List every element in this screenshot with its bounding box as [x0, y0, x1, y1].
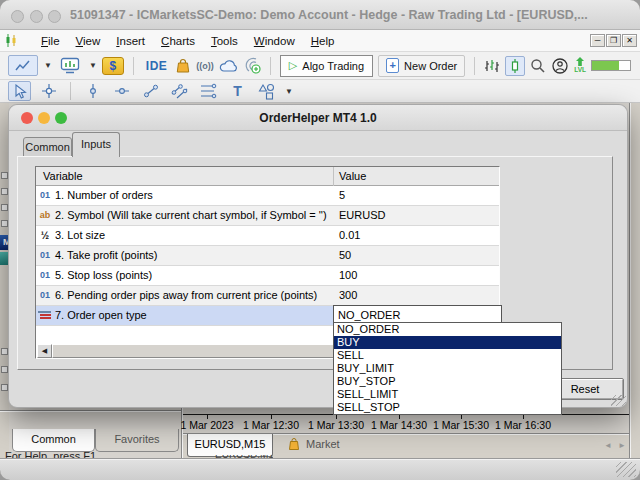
tree-checkbox[interactable]	[1, 172, 8, 179]
window-bottom-chrome	[0, 458, 640, 480]
param-label: 4. Take profit (points)	[55, 249, 158, 261]
param-value[interactable]: 100	[339, 269, 357, 281]
param-value[interactable]: 5	[339, 189, 345, 201]
search-icon[interactable]	[530, 58, 546, 74]
bar-chart-type-icon[interactable]	[484, 58, 500, 74]
dialog-title: OrderHelper MT4 1.0	[9, 111, 627, 125]
tree-checkbox[interactable]	[1, 348, 8, 355]
menu-window[interactable]: Window	[254, 35, 295, 47]
signals-icon[interactable]: ((o))	[196, 61, 214, 71]
dropdown-option-buy_stop[interactable]: BUY_STOP	[334, 375, 561, 388]
int-type-icon: 01	[36, 246, 54, 265]
toolbar-separator	[133, 57, 134, 75]
tree-checkbox[interactable]	[1, 384, 8, 391]
dropdown-option-sell_limit[interactable]: SELL_LIMIT	[334, 388, 561, 401]
param-row[interactable]: 014. Take profit (points)50	[36, 246, 499, 266]
terminal-tab-common[interactable]: Common	[12, 429, 95, 452]
terminal-tab-favorites[interactable]: Favorites	[95, 429, 179, 452]
toolbar-separator	[70, 82, 71, 100]
candlestick-type-icon[interactable]	[505, 56, 525, 76]
level-progress-fill	[592, 61, 619, 70]
window-titlebar: 51091347 - ICMarketsSC-Demo: Demo Accoun…	[0, 0, 640, 30]
channel-tool-icon[interactable]	[168, 81, 191, 101]
menu-file[interactable]: File	[41, 35, 60, 47]
dialog-resize-grip[interactable]	[611, 395, 626, 406]
cloud-icon[interactable]	[219, 59, 239, 73]
main-toolbar: ▼ ▼ $ IDE ((o))	[0, 52, 640, 80]
table-header: Variable Value	[36, 167, 499, 186]
menu-insert[interactable]: Insert	[116, 35, 145, 47]
menu-help[interactable]: Help	[311, 35, 335, 47]
dialog-tab-common[interactable]: Common	[23, 137, 72, 157]
new-order-button[interactable]: + New Order	[378, 55, 465, 77]
tree-checkbox[interactable]	[1, 188, 8, 195]
param-row[interactable]: 016. Pending order pips away from curren…	[36, 286, 499, 306]
close-button[interactable]: ✕	[622, 34, 637, 47]
chart-window-icon[interactable]	[57, 57, 83, 74]
terminal-top-groove	[0, 410, 181, 412]
minimize-circle-inactive[interactable]	[30, 10, 43, 23]
tab-market[interactable]: Market	[306, 438, 340, 450]
param-label: 3. Lot size	[55, 229, 105, 241]
chart-line-dropdown-icon[interactable]: ▼	[44, 61, 52, 70]
restore-button[interactable]: ❐	[606, 34, 621, 47]
param-row[interactable]: 015. Stop loss (points)100	[36, 266, 499, 286]
play-icon: ▷	[289, 59, 297, 72]
dropdown-option-no_order[interactable]: NO_ORDER	[334, 323, 561, 336]
trendline-tool-icon[interactable]	[139, 81, 162, 101]
dropdown-option-buy_limit[interactable]: BUY_LIMIT	[334, 362, 561, 375]
param-row[interactable]: ab2. Symbol (Will take current chart sym…	[36, 206, 499, 226]
algo-trading-button[interactable]: ▷ Algo Trading	[280, 55, 373, 77]
dropdown-option-sell[interactable]: SELL	[334, 349, 561, 362]
market-bag-icon[interactable]	[175, 57, 191, 74]
chart-tab-eurusd[interactable]: EURUSD,M15	[187, 434, 273, 457]
level-icon[interactable]: LVL	[574, 57, 586, 74]
param-value[interactable]: 300	[339, 289, 357, 301]
shapes-tool-icon[interactable]	[255, 81, 278, 101]
tree-checkbox[interactable]	[1, 220, 8, 227]
crosshair-tool-icon[interactable]	[37, 81, 60, 101]
mac-window: 51091347 - ICMarketsSC-Demo: Demo Accoun…	[0, 0, 640, 480]
param-row[interactable]: 011. Number of orders5	[36, 186, 499, 206]
menu-tools[interactable]: Tools	[211, 35, 238, 47]
param-value[interactable]: EURUSD	[339, 209, 385, 221]
ide-button[interactable]: IDE	[143, 59, 171, 73]
lvl-label: LVL	[574, 67, 586, 74]
str-type-icon: ab	[36, 206, 54, 225]
param-value[interactable]: 0.01	[339, 229, 360, 241]
dropdown-option-sell_stop[interactable]: SELL_STOP	[334, 401, 561, 414]
dialog-tab-inputs[interactable]: Inputs	[72, 132, 120, 157]
scroll-left-icon[interactable]: ◀	[37, 344, 52, 358]
time-axis-label: 1 Mar 13:30	[308, 419, 364, 431]
dollar-icon[interactable]: $	[102, 57, 124, 75]
chart-window-dropdown-icon[interactable]: ▼	[89, 61, 97, 70]
time-axis-label: 1 Mar 2023	[180, 419, 233, 431]
window-resize-grip[interactable]	[616, 462, 636, 477]
mt4-logo-icon	[4, 33, 19, 48]
signal-add-icon[interactable]	[244, 57, 261, 74]
vertical-line-tool-icon[interactable]	[81, 81, 104, 101]
param-row[interactable]: ½3. Lot size0.01	[36, 226, 499, 246]
text-tool-icon[interactable]: T	[226, 81, 249, 101]
menu-view[interactable]: View	[76, 35, 101, 47]
tree-checkbox[interactable]	[1, 366, 8, 373]
param-value[interactable]: 50	[339, 249, 351, 261]
fibonacci-tool-icon[interactable]	[197, 81, 220, 101]
menu-charts[interactable]: Charts	[161, 35, 195, 47]
tab-nav-arrows[interactable]: ◄►	[604, 441, 632, 450]
horizontal-line-tool-icon[interactable]	[110, 81, 133, 101]
cursor-tool-icon[interactable]	[8, 81, 31, 101]
time-axis-label: 1 Mar 12:30	[243, 419, 299, 431]
tree-checkbox[interactable]	[1, 204, 8, 211]
close-circle-inactive[interactable]	[11, 10, 24, 23]
dropdown-option-buy[interactable]: BUY	[334, 336, 561, 349]
minimize-button[interactable]: ─	[590, 34, 605, 47]
tools-dropdown-icon[interactable]: ▼	[285, 87, 293, 96]
zoom-circle-inactive[interactable]	[48, 10, 61, 23]
market-bag-icon-small	[288, 437, 300, 451]
chart-line-icon[interactable]	[8, 55, 38, 76]
int-type-icon: 01	[36, 286, 54, 305]
new-order-label: New Order	[404, 60, 457, 72]
account-icon[interactable]	[551, 57, 569, 75]
toolbar-separator	[270, 57, 271, 75]
